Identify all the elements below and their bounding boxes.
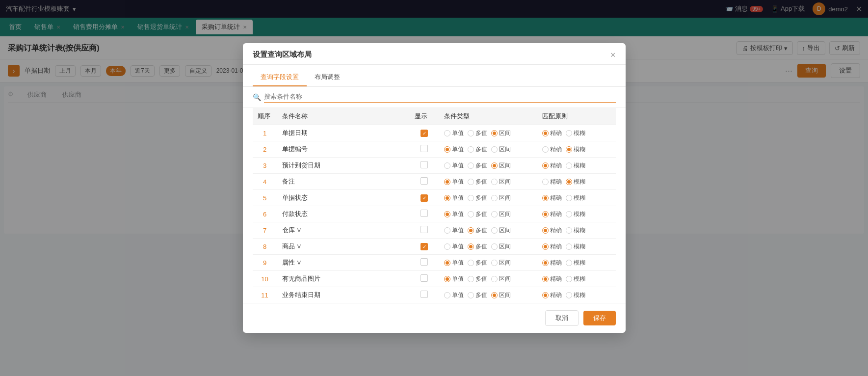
type-multi-radio[interactable]: 多值 [468, 161, 487, 170]
cell-match: 精确 模糊 [537, 206, 616, 222]
row-number: 3 [258, 162, 272, 169]
match-radio-group: 精确 模糊 [542, 210, 611, 218]
match-fuzzy-label: 模糊 [574, 194, 585, 202]
match-fuzzy-label: 模糊 [574, 178, 585, 186]
radio-circle-exact [542, 179, 549, 185]
type-radio-group: 单值 多值 区间 [444, 129, 532, 137]
type-single-radio[interactable]: 单值 [444, 210, 464, 218]
type-range-radio[interactable]: 区间 [491, 210, 511, 218]
type-multi-radio[interactable]: 多值 [468, 145, 487, 154]
match-radio-group: 精确 模糊 [542, 145, 611, 154]
cell-match: 精确 模糊 [537, 190, 616, 206]
display-checkbox[interactable] [421, 226, 428, 233]
match-exact-radio[interactable]: 精确 [542, 194, 562, 202]
dialog-header: 设置查询区域布局 × [243, 43, 626, 65]
type-multi-radio[interactable]: 多值 [468, 129, 487, 137]
cell-display[interactable] [410, 158, 439, 174]
cell-display[interactable] [410, 125, 439, 141]
display-checkbox[interactable] [421, 145, 428, 152]
match-exact-radio[interactable]: 精确 [542, 226, 562, 235]
radio-circle-fuzzy [566, 211, 572, 217]
cell-display[interactable] [410, 174, 439, 190]
search-input[interactable] [264, 92, 616, 101]
match-exact-radio[interactable]: 精确 [542, 178, 562, 186]
type-single-radio[interactable]: 单值 [444, 129, 464, 137]
dialog-tab-query-fields[interactable]: 查询字段设置 [253, 70, 307, 86]
match-fuzzy-radio[interactable]: 模糊 [566, 129, 585, 137]
display-checkbox[interactable] [421, 161, 428, 168]
type-range-radio[interactable]: 区间 [491, 226, 511, 235]
type-single-radio[interactable]: 单值 [444, 178, 464, 186]
cell-display[interactable] [410, 141, 439, 158]
radio-circle-exact [542, 162, 549, 169]
type-single-label: 单值 [452, 145, 464, 154]
row-number: 5 [258, 194, 272, 202]
display-checkbox[interactable] [421, 130, 428, 137]
type-range-label: 区间 [499, 178, 511, 186]
type-multi-label: 多值 [475, 129, 487, 137]
radio-circle-single [444, 146, 450, 153]
display-checkbox[interactable] [421, 194, 428, 202]
match-exact-radio[interactable]: 精确 [542, 145, 562, 154]
dialog-tab-layout-adjust[interactable]: 布局调整 [307, 70, 348, 86]
cell-display[interactable] [410, 190, 439, 206]
cell-match: 精确 模糊 [537, 141, 616, 158]
match-exact-radio[interactable]: 精确 [542, 210, 562, 218]
display-checkbox[interactable] [421, 177, 428, 185]
match-fuzzy-radio[interactable]: 模糊 [566, 145, 585, 154]
radio-circle-multi [468, 179, 474, 185]
cell-order: 5 [253, 190, 277, 206]
radio-circle-range [491, 179, 498, 185]
table-row: 4备注 单值 多值 区间 精确 [253, 174, 616, 190]
th-name: 条件名称 [277, 108, 410, 125]
radio-circle-fuzzy [566, 130, 572, 136]
type-multi-radio[interactable]: 多值 [468, 210, 487, 218]
type-multi-label: 多值 [475, 178, 487, 186]
type-single-radio[interactable]: 单值 [444, 161, 464, 170]
cell-match: 精确 模糊 [537, 158, 616, 174]
match-fuzzy-radio[interactable]: 模糊 [566, 194, 585, 202]
match-fuzzy-radio[interactable]: 模糊 [566, 161, 585, 170]
type-multi-radio[interactable]: 多值 [468, 194, 487, 202]
match-exact-label: 精确 [550, 161, 562, 170]
radio-circle-range [491, 211, 498, 217]
cell-order: 4 [253, 174, 277, 190]
radio-circle-fuzzy [566, 227, 572, 234]
radio-circle-multi [468, 195, 474, 201]
radio-circle-exact [542, 227, 549, 234]
match-fuzzy-radio[interactable]: 模糊 [566, 226, 585, 235]
display-checkbox[interactable] [421, 210, 428, 217]
cell-display[interactable] [410, 222, 439, 238]
match-radio-group: 精确 模糊 [542, 194, 611, 202]
radio-circle-single [444, 211, 450, 217]
match-fuzzy-radio[interactable]: 模糊 [566, 178, 585, 186]
cell-display[interactable] [410, 206, 439, 222]
cell-order: 1 [253, 125, 277, 141]
table-row: 2单据编号 单值 多值 区间 精确 [253, 141, 616, 158]
type-range-radio[interactable]: 区间 [491, 194, 511, 202]
type-single-radio[interactable]: 单值 [444, 194, 464, 202]
type-radio-group: 单值 多值 区间 [444, 145, 532, 154]
type-range-radio[interactable]: 区间 [491, 178, 511, 186]
cell-type: 单值 多值 区间 [439, 125, 537, 141]
type-range-radio[interactable]: 区间 [491, 161, 511, 170]
match-exact-radio[interactable]: 精确 [542, 161, 562, 170]
th-order: 顺序 [253, 108, 277, 125]
table-header-row: 顺序 条件名称 显示 条件类型 匹配原则 [253, 108, 616, 125]
row-number: 4 [258, 178, 272, 186]
type-range-radio[interactable]: 区间 [491, 145, 511, 154]
table-row: 7仓库 ∨ 单值 多值 区间 精确 [253, 222, 616, 238]
type-single-radio[interactable]: 单值 [444, 145, 464, 154]
match-exact-radio[interactable]: 精确 [542, 129, 562, 137]
type-multi-radio[interactable]: 多值 [468, 226, 487, 235]
match-fuzzy-radio[interactable]: 模糊 [566, 210, 585, 218]
type-single-radio[interactable]: 单值 [444, 226, 464, 235]
row-number: 1 [258, 130, 272, 137]
cell-type: 单值 多值 区间 [439, 206, 537, 222]
type-multi-radio[interactable]: 多值 [468, 178, 487, 186]
match-radio-group: 精确 模糊 [542, 178, 611, 186]
type-range-radio[interactable]: 区间 [491, 129, 511, 137]
row-number: 2 [258, 146, 272, 153]
dialog-close-button[interactable]: × [610, 51, 616, 59]
cell-type: 单值 多值 区间 [439, 190, 537, 206]
